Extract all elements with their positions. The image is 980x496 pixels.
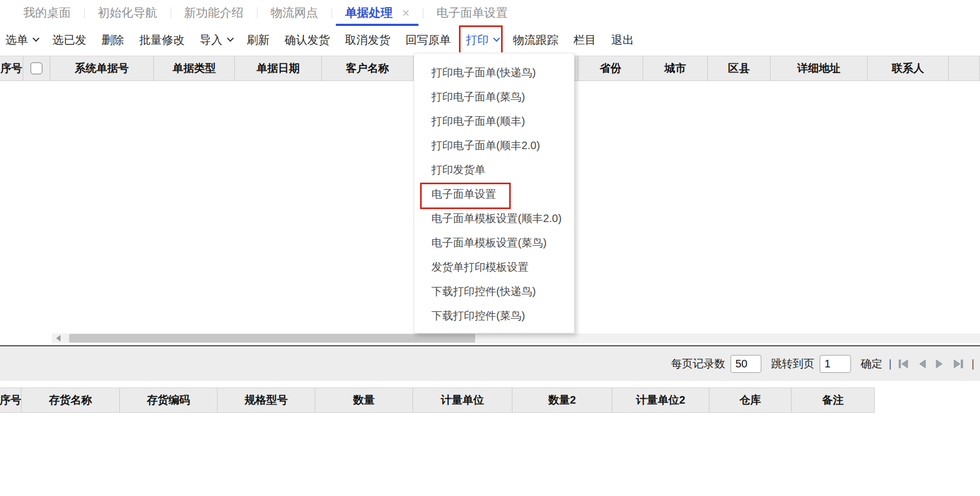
toolbar-button[interactable]: 选已发 bbox=[52, 32, 86, 48]
orders-column-header-label: 区县 bbox=[728, 61, 750, 76]
print-menu-item[interactable]: 打印发货单 bbox=[414, 158, 574, 182]
items-column-header[interactable]: 仓库 bbox=[709, 387, 792, 413]
toolbar-button-label: 导入 bbox=[200, 32, 222, 48]
toolbar-button[interactable]: 退出 bbox=[611, 32, 634, 48]
close-icon[interactable]: × bbox=[402, 6, 409, 21]
items-column-header[interactable]: 数量2 bbox=[512, 387, 612, 413]
items-column-header[interactable]: 数量 bbox=[315, 387, 413, 413]
separator: | bbox=[971, 358, 974, 370]
items-column-header-label: 计量单位 bbox=[441, 393, 484, 407]
print-menu-item[interactable]: 电子面单模板设置(菜鸟) bbox=[414, 231, 574, 255]
orders-column-header[interactable]: 区县 bbox=[708, 56, 771, 81]
print-menu-item-label: 打印电子面单(快递鸟) bbox=[431, 66, 536, 78]
app-window: 我的桌面 × 初始化导航 × 新功能介绍 × 物流网点 × 单据处理 × bbox=[0, 0, 980, 496]
per-page-input[interactable] bbox=[731, 355, 761, 373]
separator: | bbox=[889, 358, 891, 370]
prev-page-icon bbox=[917, 359, 927, 368]
orders-column-header-label: 联系人 bbox=[892, 61, 924, 76]
print-menu-item[interactable]: 打印电子面单(顺丰) bbox=[414, 109, 574, 133]
print-menu-item[interactable]: 打印电子面单(快递鸟) bbox=[414, 61, 574, 85]
orders-column-header[interactable]: 联系人 bbox=[868, 56, 949, 81]
orders-column-header[interactable] bbox=[949, 56, 980, 81]
orders-column-header[interactable]: 省份 bbox=[578, 56, 643, 81]
print-menu-item[interactable]: 打印电子面单(菜鸟) bbox=[414, 85, 574, 109]
items-column-header-label: 序号 bbox=[0, 393, 22, 407]
nav-tab[interactable]: 我的桌面 × bbox=[10, 0, 84, 26]
toolbar-button[interactable]: 取消发货 bbox=[345, 32, 390, 48]
items-column-header-label: 规格型号 bbox=[245, 393, 288, 407]
chevron-down-icon bbox=[227, 35, 234, 42]
last-page-button[interactable] bbox=[952, 359, 964, 368]
toolbar-button-label: 栏目 bbox=[573, 32, 596, 48]
select-all-checkbox[interactable] bbox=[30, 62, 43, 75]
print-menu-item[interactable]: 下载打印控件(菜鸟) bbox=[414, 304, 574, 328]
items-column-header[interactable]: 计量单位 bbox=[413, 387, 512, 413]
toolbar-button[interactable]: 栏目 bbox=[573, 32, 596, 48]
scrollbar-thumb[interactable] bbox=[69, 334, 475, 343]
items-column-header[interactable]: 计量单位2 bbox=[612, 387, 709, 413]
first-page-icon bbox=[898, 359, 910, 368]
goto-page-input[interactable] bbox=[820, 355, 851, 373]
print-menu-item-label: 打印电子面单(菜鸟) bbox=[431, 91, 525, 103]
toolbar-button[interactable]: 选单 bbox=[5, 32, 37, 48]
nav-tab[interactable]: 单据处理 × bbox=[332, 0, 423, 26]
nav-tab[interactable]: 电子面单设置 × bbox=[423, 0, 521, 26]
print-menu-item[interactable]: 发货单打印模板设置 bbox=[414, 255, 574, 279]
nav-tab-label: 单据处理 bbox=[345, 5, 393, 21]
toolbar-button[interactable]: 刷新 bbox=[247, 32, 269, 48]
items-column-header[interactable]: 备注 bbox=[792, 387, 875, 413]
toolbar-button[interactable]: 打印 bbox=[466, 32, 498, 48]
orders-column-header-label: 系统单据号 bbox=[75, 61, 129, 76]
orders-column-header[interactable] bbox=[23, 56, 50, 81]
next-page-button[interactable] bbox=[935, 359, 944, 368]
orders-column-header[interactable]: 城市 bbox=[643, 56, 708, 81]
items-column-header[interactable]: 规格型号 bbox=[218, 387, 315, 413]
nav-tab[interactable]: 物流网点 × bbox=[257, 0, 332, 26]
orders-column-header[interactable]: 客户名称 bbox=[322, 56, 414, 81]
orders-column-header[interactable]: 系统单据号 bbox=[50, 56, 154, 81]
print-menu-item-label: 打印电子面单(顺丰) bbox=[431, 115, 525, 127]
orders-column-header[interactable]: 序号 bbox=[0, 56, 23, 81]
items-column-header[interactable]: 存货名称 bbox=[22, 387, 120, 413]
next-page-icon bbox=[935, 359, 944, 368]
scroll-left-arrow-icon[interactable] bbox=[56, 335, 60, 341]
toolbar-button[interactable]: 删除 bbox=[102, 32, 124, 48]
toolbar-button-label: 选已发 bbox=[52, 32, 86, 48]
nav-tab[interactable]: 新功能介绍 × bbox=[171, 0, 257, 26]
items-column-header-label: 数量2 bbox=[548, 393, 576, 407]
print-menu-item[interactable]: 电子面单模板设置(顺丰2.0) bbox=[414, 206, 574, 231]
nav-tab[interactable]: 初始化导航 × bbox=[84, 0, 171, 26]
print-menu-item-label: 打印发货单 bbox=[431, 164, 485, 176]
toolbar-button[interactable]: 导入 bbox=[200, 32, 232, 48]
toolbar-button-label: 删除 bbox=[102, 32, 124, 48]
print-menu-item[interactable]: 打印电子面单(顺丰2.0) bbox=[414, 133, 574, 158]
last-page-icon bbox=[952, 359, 964, 368]
orders-column-header[interactable]: 详细地址 bbox=[771, 56, 868, 81]
toolbar: 选单 选已发 删除 批量修改 导入 刷新 bbox=[0, 26, 980, 54]
toolbar-button[interactable]: 物流跟踪 bbox=[513, 32, 558, 48]
print-menu-item[interactable]: 下载打印控件(快递鸟) bbox=[414, 279, 574, 304]
toolbar-button-label: 取消发货 bbox=[345, 32, 390, 48]
toolbar-button[interactable]: 批量修改 bbox=[139, 32, 185, 48]
items-column-header[interactable]: 序号 bbox=[0, 387, 22, 413]
horizontal-scrollbar[interactable] bbox=[52, 333, 980, 343]
goto-page-label: 跳转到页 bbox=[771, 357, 814, 371]
prev-page-button[interactable] bbox=[917, 359, 927, 368]
toolbar-button[interactable]: 确认发货 bbox=[285, 32, 330, 48]
confirm-button[interactable]: 确定 bbox=[861, 357, 882, 371]
items-column-header-label: 存货编码 bbox=[147, 393, 190, 407]
orders-column-header-label: 序号 bbox=[1, 61, 22, 76]
items-column-header[interactable]: 存货编码 bbox=[120, 387, 218, 413]
print-menu-item[interactable]: 电子面单设置 bbox=[414, 182, 574, 206]
orders-column-header[interactable]: 单据日期 bbox=[235, 56, 322, 81]
print-menu-item-label: 电子面单设置 bbox=[431, 188, 496, 200]
orders-column-header[interactable]: 单据类型 bbox=[154, 56, 235, 81]
nav-tab-label: 物流网点 bbox=[271, 5, 318, 21]
print-menu-item-label: 发货单打印模板设置 bbox=[431, 261, 529, 273]
orders-column-header-label: 单据类型 bbox=[173, 61, 216, 76]
toolbar-button[interactable]: 回写原单 bbox=[405, 32, 451, 48]
items-column-header-label: 数量 bbox=[353, 393, 375, 407]
toolbar-button-label: 回写原单 bbox=[405, 32, 451, 48]
first-page-button[interactable] bbox=[898, 359, 910, 368]
orders-column-header-label: 省份 bbox=[600, 61, 621, 76]
